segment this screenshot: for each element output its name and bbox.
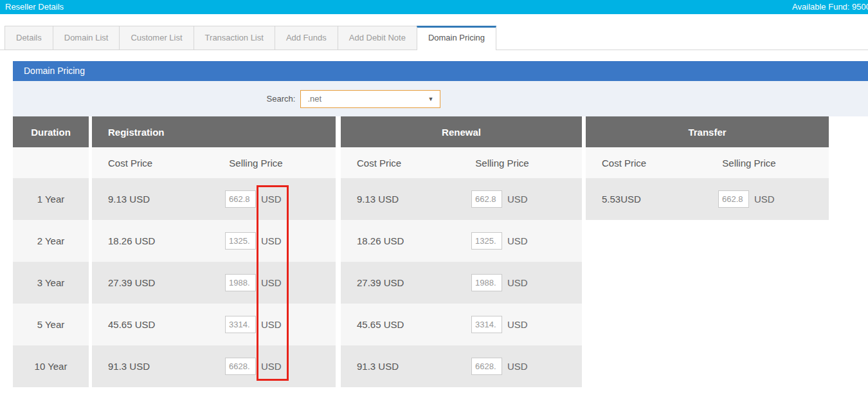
currency-label: USD [507, 277, 528, 288]
cost-price-value: 27.39 USD [341, 277, 468, 288]
panel-header: Domain Pricing [13, 61, 868, 81]
registration-subheader: Cost Price Selling Price [92, 147, 336, 178]
table-row: 5.53USD USD [586, 178, 829, 220]
selling-price-input[interactable] [225, 190, 256, 208]
registration-header: Registration [92, 116, 336, 147]
selling-price-header: Selling Price [718, 158, 780, 169]
cost-price-value: 45.65 USD [92, 319, 222, 330]
cost-price-value: 18.26 USD [341, 235, 468, 246]
transfer-group: Transfer Cost Price Selling Price 5.53US… [586, 116, 829, 220]
renewal-group: Renewal Cost Price Selling Price 9.13 US… [341, 116, 582, 387]
duration-cell: 10 Year [13, 345, 89, 387]
table-row: 45.65 USD USD [341, 304, 582, 345]
currency-label: USD [507, 235, 528, 246]
transfer-subheader: Cost Price Selling Price [586, 147, 829, 178]
table-row: 45.65 USD USD [92, 304, 336, 345]
selling-price-header: Selling Price [225, 158, 287, 169]
search-label: Search: [267, 94, 296, 104]
table-row: 18.26 USD USD [92, 220, 336, 262]
tab-add-funds[interactable]: Add Funds [275, 26, 338, 50]
table-row: 9.13 USD USD [92, 178, 336, 220]
reseller-details-page: Reseller Details Available Fund: 9500 De… [0, 0, 868, 402]
cost-price-value: 91.3 USD [92, 361, 222, 372]
selling-price-input[interactable] [225, 232, 256, 250]
registration-group: Registration Cost Price Selling Price 9.… [92, 116, 336, 387]
table-row: 9.13 USD USD [341, 178, 582, 220]
tab-domain-list[interactable]: Domain List [53, 26, 120, 50]
domain-pricing-table: Duration 1 Year 2 Year 3 Year 5 Year 10 … [13, 116, 829, 387]
selling-price-input[interactable] [225, 358, 256, 375]
currency-label: USD [261, 319, 282, 330]
renewal-subheader: Cost Price Selling Price [341, 147, 582, 178]
currency-label: USD [261, 361, 282, 372]
table-row: 27.39 USD USD [341, 262, 582, 304]
tab-add-debit-note[interactable]: Add Debit Note [338, 26, 417, 50]
currency-label: USD [754, 194, 775, 205]
currency-label: USD [261, 235, 282, 246]
duration-cell: 2 Year [13, 220, 89, 262]
cost-price-value: 18.26 USD [92, 235, 222, 246]
cost-price-value: 9.13 USD [341, 194, 468, 205]
duration-subheader-empty [13, 147, 89, 178]
tab-domain-pricing[interactable]: Domain Pricing [417, 26, 496, 50]
duration-cell: 1 Year [13, 178, 89, 220]
search-row: Search: .net ▼ [13, 81, 868, 116]
chevron-down-icon: ▼ [428, 96, 433, 102]
selling-price-input[interactable] [471, 274, 502, 291]
duration-column: Duration 1 Year 2 Year 3 Year 5 Year 10 … [13, 116, 89, 387]
cost-price-header: Cost Price [586, 158, 715, 169]
tab-customer-list[interactable]: Customer List [119, 26, 193, 50]
table-row: 91.3 USD USD [341, 345, 582, 387]
cost-price-value: 5.53USD [586, 194, 715, 205]
cost-price-value: 27.39 USD [92, 277, 222, 288]
cost-price-value: 9.13 USD [92, 194, 222, 205]
top-bar: Reseller Details Available Fund: 9500 [0, 0, 868, 14]
selling-price-input[interactable] [471, 358, 502, 375]
table-row: 27.39 USD USD [92, 262, 336, 304]
renewal-header: Renewal [341, 116, 582, 147]
page-title: Reseller Details [5, 2, 64, 12]
duration-header: Duration [13, 116, 89, 147]
selling-price-input[interactable] [471, 316, 502, 333]
selling-price-header: Selling Price [471, 158, 533, 169]
selling-price-input[interactable] [718, 190, 749, 208]
cost-price-header: Cost Price [341, 158, 468, 169]
transfer-header: Transfer [586, 116, 829, 147]
currency-label: USD [507, 361, 528, 372]
table-row: 91.3 USD USD [92, 345, 336, 387]
selling-price-input[interactable] [225, 274, 256, 291]
selling-price-input[interactable] [471, 232, 502, 250]
table-row: 18.26 USD USD [341, 220, 582, 262]
selling-price-input[interactable] [471, 190, 502, 208]
cost-price-value: 45.65 USD [341, 319, 468, 330]
cost-price-value: 91.3 USD [341, 361, 468, 372]
selling-price-input[interactable] [225, 316, 256, 333]
currency-label: USD [507, 319, 528, 330]
tab-details[interactable]: Details [5, 26, 53, 50]
cost-price-header: Cost Price [92, 158, 222, 169]
currency-label: USD [261, 277, 282, 288]
duration-cell: 5 Year [13, 304, 89, 345]
search-select-value: .net [307, 94, 321, 104]
tab-transaction-list[interactable]: Transaction List [194, 26, 275, 50]
currency-label: USD [261, 194, 282, 205]
search-select[interactable]: .net ▼ [300, 90, 440, 108]
currency-label: USD [507, 194, 528, 205]
tab-bar: Details Domain List Customer List Transa… [0, 26, 868, 50]
available-fund-label: Available Fund: 9500 [792, 2, 868, 12]
duration-cell: 3 Year [13, 262, 89, 304]
